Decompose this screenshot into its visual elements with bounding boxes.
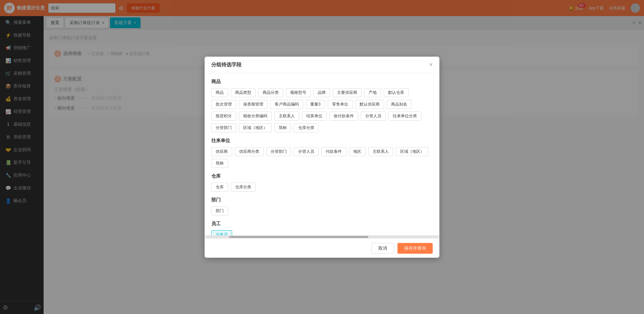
cancel-button[interactable]: 取消 (371, 243, 394, 254)
field-goods-type[interactable]: 商品类型 (231, 88, 256, 97)
content-area: 首页 采购订单统计表 × 新建方案 × × ≡ 采购订单统计表方案设置 (44, 16, 644, 314)
field-partner-area[interactable]: 地区 (349, 147, 366, 156)
field-warehouse[interactable]: 仓库 (211, 183, 228, 192)
field-goods-region[interactable]: 区域（地区） (239, 123, 272, 132)
field-dept[interactable]: 部门 (211, 206, 228, 215)
field-goods-payment-terms[interactable]: 收付款条件 (329, 112, 358, 121)
field-employee-salesperson[interactable]: 业务员 (211, 230, 232, 236)
field-goods-expiry[interactable]: 保质期管理 (239, 100, 268, 109)
fields-warehouse: 仓库 仓库分类 (211, 183, 433, 192)
field-goods-dept[interactable]: 分管部门 (211, 123, 236, 132)
field-goods-product[interactable]: 商品 (211, 88, 228, 97)
dialog-title: 分组待选字段 (211, 62, 241, 68)
dialog-header: 分组待选字段 × (205, 57, 439, 73)
field-partner-dept[interactable]: 分管部门 (266, 147, 291, 156)
fields-dept: 部门 (211, 206, 433, 215)
dialog-close-btn[interactable]: × (429, 61, 433, 68)
field-goods-main-supplier[interactable]: 主要供应商 (333, 88, 362, 97)
field-warehouse-cat[interactable]: 仓库分类 (231, 183, 256, 192)
section-title-employee: 员工 (211, 221, 433, 227)
field-goods-pick-points[interactable]: 拣货积分 (211, 112, 236, 121)
field-goods-settlement-unit[interactable]: 结算单位 (302, 112, 327, 121)
field-partner-supplier-cat[interactable]: 供应商分类 (235, 147, 264, 156)
hscroll-thumb (229, 236, 368, 238)
field-goods-supervisor[interactable]: 分管人员 (361, 112, 386, 121)
field-partner-region[interactable]: 区域（地区） (396, 147, 429, 156)
field-goods-spec[interactable]: 规格型号 (286, 88, 311, 97)
field-goods-partner-category[interactable]: 往来单位分类 (388, 112, 421, 121)
field-goods-warehouse-cat[interactable]: 仓库分类 (294, 123, 319, 132)
confirm-button[interactable]: 保存并查询 (397, 243, 433, 254)
section-title-goods: 商品 (211, 79, 433, 85)
field-goods-tax-code[interactable]: 税收分类编码 (239, 112, 272, 121)
field-goods-retail-unit[interactable]: 零售单位 (328, 100, 353, 109)
field-goods-origin[interactable]: 产地 (364, 88, 381, 97)
field-partner-payment-terms[interactable]: 付款条件 (321, 147, 346, 156)
field-goods-short-name[interactable]: 简称 (274, 123, 291, 132)
dialog-footer: 取消 保存并查询 (205, 239, 439, 258)
section-title-partner: 往来单位 (211, 138, 433, 144)
field-partner-contact[interactable]: 主联系人 (368, 147, 393, 156)
section-title-warehouse: 仓库 (211, 173, 433, 179)
field-goods-customer-code[interactable]: 客户商品编码 (270, 100, 303, 109)
field-goods-category[interactable]: 商品分类 (258, 88, 283, 97)
fields-goods: 商品 商品类型 商品分类 规格型号 品牌 主要供应商 产地 默认仓库 批次管理 … (211, 88, 433, 132)
section-title-dept: 部门 (211, 197, 433, 203)
field-goods-main-contact[interactable]: 主联系人 (274, 112, 299, 121)
field-goods-weight[interactable]: 重量3 (306, 100, 325, 109)
hscroll-track (206, 236, 438, 238)
fields-partner: 供应商 供应商分类 分管部门 分管人员 付款条件 地区 主联系人 区域（地区） … (211, 147, 433, 168)
field-goods-alias[interactable]: 商品别名 (387, 100, 412, 109)
dialog: 分组待选字段 × 商品 商品 商品类型 商品分类 规格型号 品牌 (205, 57, 439, 258)
field-goods-default-warehouse[interactable]: 默认仓库 (384, 88, 409, 97)
field-partner-short-name[interactable]: 简称 (211, 159, 228, 168)
field-partner-supplier[interactable]: 供应商 (211, 147, 232, 156)
field-goods-brand[interactable]: 品牌 (313, 88, 330, 97)
fields-employee: 业务员 (211, 230, 433, 236)
page-content: 采购订单统计表方案设置 1 选择模板 ○ 汇总表 ○ 明细表 ● 交叉统计表 2… (44, 29, 644, 314)
field-goods-default-supplier[interactable]: 默认供应商 (355, 100, 384, 109)
field-goods-batch[interactable]: 批次管理 (211, 100, 236, 109)
overlay: 分组待选字段 × 商品 商品 商品类型 商品分类 规格型号 品牌 (44, 29, 644, 314)
dialog-body[interactable]: 商品 商品 商品类型 商品分类 规格型号 品牌 主要供应商 产地 默认仓库 批次… (205, 73, 439, 236)
field-partner-supervisor[interactable]: 分管人员 (294, 147, 319, 156)
dialog-hscroll[interactable] (205, 235, 439, 238)
